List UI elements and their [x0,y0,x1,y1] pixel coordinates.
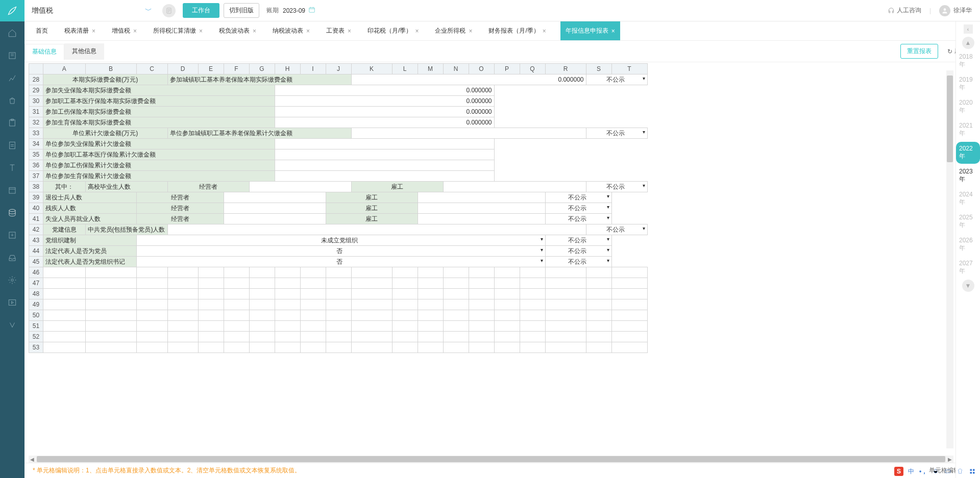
tab-3[interactable]: 所得税汇算清缴× [151,21,205,40]
ime-skin-icon[interactable] [955,467,965,476]
tab-6[interactable]: 工资表× [324,21,353,40]
subtab-basic[interactable]: 基础信息 [24,44,64,60]
tab-close-icon[interactable]: × [133,28,137,35]
ime-tool-icon[interactable] [968,467,977,476]
col-header-O[interactable]: O [469,64,494,74]
tab-close-icon[interactable]: × [415,28,419,35]
year-2022年[interactable]: 2022年 [956,142,980,164]
year-2025年[interactable]: 2025年 [956,211,980,233]
col-header-F[interactable]: F [224,64,249,74]
ime-lang-icon[interactable]: 中 [906,467,916,476]
row-header-29[interactable]: 29 [29,85,43,96]
app-logo[interactable] [0,0,24,21]
col-header-K[interactable]: K [351,64,392,74]
col-header-H[interactable]: H [275,64,300,74]
col-header-L[interactable]: L [392,64,418,74]
disclose-cell[interactable]: 不公示 [545,214,611,224]
year-2018年[interactable]: 2018年 [956,50,980,72]
value-cell[interactable] [275,171,494,182]
value-cell[interactable]: 0.000000 [275,107,494,117]
tab-1[interactable]: 税表清册× [62,21,97,40]
disclose-cell[interactable]: 不公示 [545,257,611,267]
ime-s-icon[interactable]: S [894,467,903,476]
col-header-S[interactable]: S [586,64,611,74]
switch-old-button[interactable]: 切到旧版 [224,3,259,18]
nav-gear-icon[interactable] [8,275,17,285]
nav-book-icon[interactable] [8,51,17,60]
col-header-B[interactable]: B [85,64,136,74]
tab-close-icon[interactable]: × [199,28,203,35]
row-header-28[interactable]: 28 [29,74,43,85]
col-header-A[interactable]: A [43,64,86,74]
tab-8[interactable]: 企业所得税× [433,21,474,40]
year-2021年[interactable]: 2021年 [956,119,980,141]
rail-collapse-icon[interactable]: ‹ [964,24,973,34]
year-2027年[interactable]: 2027年 [956,257,980,279]
value-cell[interactable]: 0.000000 [275,117,494,128]
calendar-icon[interactable] [308,6,315,15]
value-cell[interactable] [275,160,494,171]
year-down-button[interactable]: ▼ [962,280,974,292]
year-up-button[interactable]: ▲ [962,37,974,49]
nav-export-icon[interactable] [8,231,17,240]
tab-close-icon[interactable]: × [469,28,472,35]
ime-mic-icon[interactable] [931,467,940,476]
col-header-R[interactable]: R [545,64,586,74]
col-header-P[interactable]: P [494,64,520,74]
disclose-cell[interactable]: 不公示 [545,203,611,214]
value-cell[interactable]: 0.000000 [351,74,586,85]
year-2024年[interactable]: 2024年 [956,188,980,210]
tab-close-icon[interactable]: × [543,28,546,35]
tab-4[interactable]: 税负波动表× [217,21,258,40]
disclose-cell[interactable]: 不公示 [545,235,611,246]
col-header-D[interactable]: D [167,64,198,74]
tab-9[interactable]: 财务报表（月/季）× [486,21,548,40]
tab-5[interactable]: 纳税波动表× [271,21,312,40]
value-cell[interactable] [275,139,494,149]
nav-v-icon[interactable] [8,320,17,330]
col-header-Q[interactable]: Q [520,64,545,74]
value-cell[interactable] [275,149,494,160]
disclose-cell[interactable]: 不公示 [545,192,611,203]
tab-close-icon[interactable]: × [92,28,95,35]
value-cell[interactable] [351,128,586,139]
year-2019年[interactable]: 2019年 [956,73,980,95]
tab-close-icon[interactable]: × [253,28,256,35]
row-header-32[interactable]: 32 [29,117,43,128]
nav-text-icon[interactable] [8,163,17,172]
sheet-corner[interactable] [29,64,43,74]
col-header-M[interactable]: M [418,64,443,74]
year-2023年[interactable]: 2023年 [956,165,980,187]
row-header-31[interactable]: 31 [29,107,43,117]
tab-0[interactable]: 首页 [34,21,50,40]
value-cell[interactable]: 0.000000 [275,96,494,107]
disclose-cell[interactable]: 不公示 [586,224,647,235]
consult-link[interactable]: 人工咨询 [888,6,921,15]
col-header-E[interactable]: E [198,64,224,74]
nav-calendar-icon[interactable] [8,186,17,195]
reset-report-button[interactable]: 重置报表 [900,44,938,59]
col-header-N[interactable]: N [443,64,469,74]
col-header-I[interactable]: I [300,64,326,74]
row-header-30[interactable]: 30 [29,96,43,107]
nav-play-icon[interactable] [8,298,17,307]
nav-clipboard-icon[interactable] [8,118,17,128]
col-header-T[interactable]: T [611,64,647,74]
col-header-J[interactable]: J [326,64,351,74]
tax-type-dropdown[interactable]: 增值税 ﹀ [32,6,152,15]
tab-7[interactable]: 印花税（月/季）× [365,21,421,40]
vertical-scrollbar[interactable] [946,70,953,448]
tab-close-icon[interactable]: × [348,28,351,35]
nav-bag-icon[interactable] [8,96,17,105]
year-2020年[interactable]: 2020年 [956,96,980,118]
workbench-button[interactable]: 工作台 [183,3,219,18]
user-menu[interactable]: 徐泽华 [939,5,972,16]
doc-circle-button[interactable] [162,4,176,17]
nav-calc-icon[interactable] [8,141,17,150]
tab-close-icon[interactable]: × [306,28,310,35]
year-2026年[interactable]: 2026年 [956,234,980,256]
tab-2[interactable]: 增值税× [110,21,139,40]
nav-inbox-icon[interactable] [8,253,17,262]
ime-keyboard-icon[interactable] [943,467,952,476]
nav-chart-icon[interactable] [8,73,17,83]
